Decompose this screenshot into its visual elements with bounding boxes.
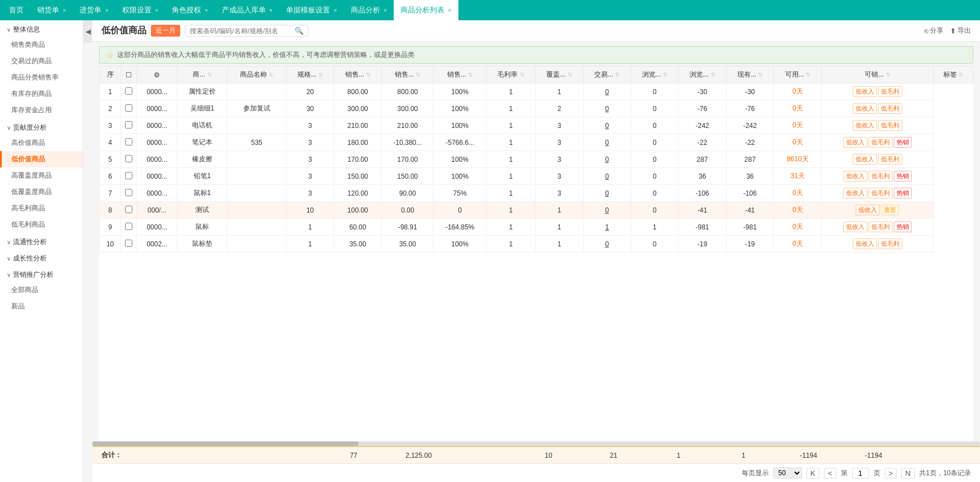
sidebar-section-growth[interactable]: ∨ 成长性分析: [0, 249, 83, 266]
export-button[interactable]: ⬆ 导出: [950, 26, 971, 36]
sidebar-item-all-products[interactable]: 全部商品: [0, 282, 83, 298]
nav-template-settings[interactable]: 单据模板设置 ×: [279, 0, 344, 20]
first-page-button[interactable]: K: [807, 468, 819, 479]
row-checkbox[interactable]: [125, 223, 132, 230]
th-sales-profit[interactable]: 销售... ⇅: [434, 67, 486, 83]
th-sales-qty[interactable]: 销售... ⇅: [334, 67, 382, 83]
th-transactions[interactable]: 交易... ⇅: [583, 67, 631, 83]
close-icon[interactable]: ×: [155, 7, 158, 14]
row-checkbox[interactable]: [125, 240, 132, 247]
sidebar-section-marketing[interactable]: ∨ 营销推广分析: [0, 266, 83, 282]
cell-cover: 1: [486, 100, 536, 117]
page-header: 低价值商品 近一月 🔍 ⎋ 分享 ⬆ 导出: [92, 20, 980, 42]
page-size-select[interactable]: 50 100 200: [773, 467, 802, 479]
sidebar-section-overall[interactable]: ∨ 整体信息: [0, 20, 83, 37]
nav-sales-order[interactable]: 销货单 ×: [30, 0, 73, 20]
row-checkbox[interactable]: [125, 121, 132, 129]
sidebar-item-sales-products[interactable]: 销售类商品: [0, 37, 83, 53]
row-checkbox[interactable]: [125, 206, 132, 213]
cell-checkbox[interactable]: [121, 185, 137, 202]
data-table-container[interactable]: 序 ☐ ⚙ 商... ⇅ 商品名称 ⇅ 规格... ⇅ 销售... ⇅ 销售..…: [99, 66, 973, 441]
cell-view1[interactable]: 0: [583, 236, 631, 253]
horizontal-scrollbar[interactable]: [92, 441, 980, 446]
close-icon[interactable]: ×: [105, 7, 108, 14]
th-available-stock[interactable]: 可用... ⇅: [774, 67, 822, 83]
sidebar-item-high-coverage[interactable]: 高覆盖度商品: [0, 167, 83, 184]
scroll-thumb[interactable]: [92, 441, 359, 446]
cell-view1[interactable]: 0: [583, 83, 631, 100]
row-checkbox[interactable]: [125, 189, 132, 196]
cell-checkbox[interactable]: [121, 117, 137, 134]
close-icon[interactable]: ×: [63, 7, 66, 14]
cell-view1[interactable]: 0: [583, 117, 631, 134]
th-name[interactable]: 商品名称 ⇅: [227, 67, 286, 83]
nav-role-auth[interactable]: 角色授权 ×: [165, 0, 215, 20]
next-page-button[interactable]: >: [885, 468, 897, 479]
sidebar-collapse-button[interactable]: ◀: [83, 20, 92, 43]
close-icon[interactable]: ×: [384, 7, 387, 14]
sidebar-item-traded-products[interactable]: 交易过的商品: [0, 53, 83, 69]
cell-view1[interactable]: 0: [583, 151, 631, 168]
row-checkbox[interactable]: [125, 172, 132, 179]
nav-permission[interactable]: 权限设置 ×: [115, 0, 165, 20]
sidebar-section-liquidity[interactable]: ∨ 流通性分析: [0, 233, 83, 249]
last-page-button[interactable]: N: [901, 468, 915, 479]
cell-checkbox[interactable]: [121, 83, 137, 100]
sidebar-item-low-coverage[interactable]: 低覆盖度商品: [0, 184, 83, 200]
sidebar-item-category-sales-rate[interactable]: 商品分类销售率: [0, 69, 83, 86]
nav-product-analysis[interactable]: 商品分析 ×: [344, 0, 394, 20]
close-icon[interactable]: ×: [448, 7, 451, 14]
period-button[interactable]: 近一月: [151, 25, 180, 37]
cell-checkbox[interactable]: [121, 236, 137, 253]
th-code[interactable]: 商... ⇅: [177, 67, 227, 83]
sidebar-item-high-profit[interactable]: 高毛利商品: [0, 200, 83, 216]
nav-home[interactable]: 首页: [2, 0, 30, 20]
close-icon[interactable]: ×: [269, 7, 273, 14]
share-button[interactable]: ⎋ 分享: [924, 26, 943, 36]
th-views1[interactable]: 浏览... ⇅: [631, 67, 679, 83]
cell-view1[interactable]: 1: [583, 219, 631, 236]
th-gross-margin[interactable]: 毛利率 ⇅: [486, 67, 536, 83]
th-settings[interactable]: ⚙: [137, 67, 177, 83]
row-checkbox[interactable]: [125, 155, 132, 162]
cell-checkbox[interactable]: [121, 219, 137, 236]
sidebar-item-new-products[interactable]: 新品: [0, 298, 83, 315]
prev-page-button[interactable]: <: [824, 468, 836, 479]
th-checkbox[interactable]: ☐: [121, 67, 137, 83]
cell-checkbox[interactable]: [121, 100, 137, 117]
cell-checkbox[interactable]: [121, 134, 137, 151]
close-icon[interactable]: ×: [204, 7, 208, 14]
cell-view1[interactable]: 0: [583, 134, 631, 151]
cell-checkbox[interactable]: [121, 168, 137, 185]
th-saleable-days[interactable]: 可销... ⇅: [822, 67, 934, 83]
sidebar-item-inventory-capital[interactable]: 库存资金占用: [0, 102, 83, 118]
cell-view1[interactable]: 0: [583, 100, 631, 117]
close-icon[interactable]: ×: [333, 7, 337, 14]
sidebar-section-contribution[interactable]: ∨ 贡献度分析: [0, 118, 83, 135]
cell-code: 0000...: [137, 168, 177, 185]
nav-product-stock[interactable]: 产成品入库单 ×: [215, 0, 279, 20]
th-spec[interactable]: 规格... ⇅: [286, 67, 334, 83]
th-tags[interactable]: 标签 ⇅: [933, 67, 973, 83]
row-checkbox[interactable]: [125, 87, 132, 95]
cell-view1[interactable]: 0: [583, 202, 631, 219]
row-checkbox[interactable]: [125, 138, 132, 145]
cell-checkbox[interactable]: [121, 151, 137, 168]
nav-purchase-order[interactable]: 进货单 ×: [73, 0, 115, 20]
cell-view1[interactable]: 0: [583, 185, 631, 202]
page-number-input[interactable]: [852, 468, 869, 479]
row-checkbox[interactable]: [125, 104, 132, 112]
th-sales-amount[interactable]: 销售... ⇅: [382, 67, 434, 83]
sidebar-item-low-value[interactable]: 低价值商品: [0, 151, 83, 167]
search-icon[interactable]: 🔍: [295, 26, 304, 35]
th-current-stock[interactable]: 现有... ⇅: [726, 67, 774, 83]
nav-product-analysis-list[interactable]: 商品分析列表 ×: [394, 0, 458, 20]
th-coverage[interactable]: 覆盖... ⇅: [536, 67, 583, 83]
sidebar-item-high-value[interactable]: 高价值商品: [0, 135, 83, 151]
search-input[interactable]: [190, 27, 295, 35]
th-views2[interactable]: 浏览... ⇅: [679, 67, 727, 83]
cell-checkbox[interactable]: [121, 202, 137, 219]
cell-view1[interactable]: 0: [583, 168, 631, 185]
sidebar-item-stocked-products[interactable]: 有库存的商品: [0, 86, 83, 102]
sidebar-item-low-profit[interactable]: 低毛利商品: [0, 216, 83, 233]
